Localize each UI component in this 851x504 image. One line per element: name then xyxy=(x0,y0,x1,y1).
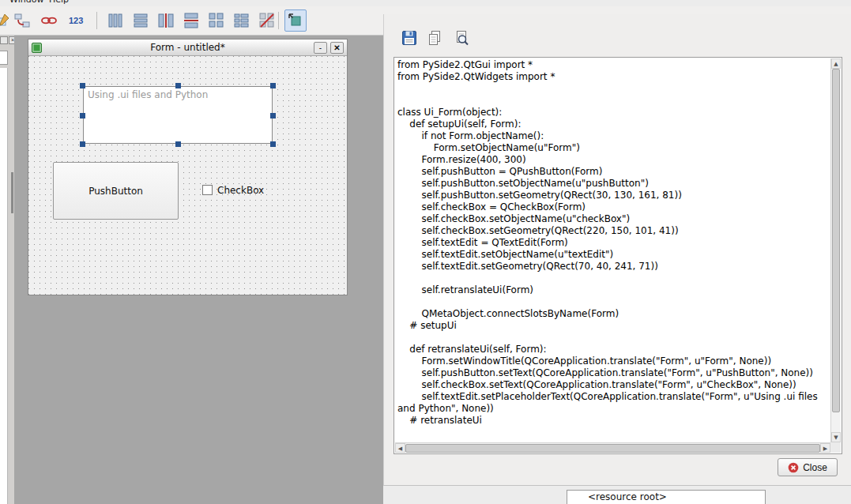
save-icon xyxy=(401,29,418,47)
close-dialog-label: Close xyxy=(803,462,827,473)
find-code-button[interactable] xyxy=(450,27,473,49)
selection-handle[interactable] xyxy=(270,83,276,88)
menu-window[interactable]: Window xyxy=(9,0,43,5)
adjust-size-button[interactable] xyxy=(284,9,307,32)
layout-grid-button[interactable] xyxy=(205,9,228,32)
layout-horizontal-icon xyxy=(107,12,124,29)
pushbutton-widget[interactable]: PushButton xyxy=(53,162,179,220)
form-designer-window: Form - untitled* - ✕ Using .ui files and… xyxy=(28,39,348,295)
textedit-widget[interactable]: Using .ui files and Python xyxy=(83,86,273,144)
break-layout-button[interactable] xyxy=(256,9,278,32)
widgetbox-filter-input[interactable] xyxy=(0,51,8,65)
break-layout-icon xyxy=(258,12,276,29)
selection-handle[interactable] xyxy=(175,83,181,88)
horizontal-scrollbar-thumb[interactable] xyxy=(405,444,820,453)
copy-code-button[interactable] xyxy=(424,27,446,49)
selection-handle[interactable] xyxy=(80,141,85,147)
scroll-down-icon[interactable]: ▼ xyxy=(831,432,841,442)
layout-horizontal-button[interactable] xyxy=(104,9,126,32)
splitter-horizontal-icon xyxy=(157,12,175,29)
copy-icon xyxy=(426,29,443,47)
left-scrollbar-thumb[interactable] xyxy=(11,172,13,213)
buddies-icon xyxy=(40,12,58,29)
close-dialog-button[interactable]: Close xyxy=(778,458,838,476)
resource-root-item[interactable]: <resource root> xyxy=(567,490,766,504)
scroll-left-icon[interactable]: ◀ xyxy=(395,443,405,453)
code-text: from PySide2.QtGui import * from PySide2… xyxy=(395,58,830,442)
form-window-titlebar[interactable]: Form - untitled* - ✕ xyxy=(28,39,347,56)
vertical-scrollbar[interactable]: ▲ ▼ xyxy=(830,58,841,442)
scroll-up-icon[interactable]: ▲ xyxy=(831,58,841,69)
widgetbox-panel xyxy=(0,68,8,504)
save-code-button[interactable] xyxy=(398,27,420,49)
checkbox-widget[interactable]: CheckBox xyxy=(202,184,264,196)
edit-buddies-button[interactable] xyxy=(38,9,60,32)
horizontal-scrollbar[interactable]: ◀ ▶ xyxy=(395,442,830,453)
scroll-right-icon[interactable]: ▶ xyxy=(820,443,830,453)
layout-vertical-button[interactable] xyxy=(130,9,152,32)
textedit-selection: Using .ui files and Python xyxy=(83,86,273,144)
edit-widgets-icon xyxy=(0,12,12,29)
menubar: Window Help xyxy=(0,0,851,6)
selection-handle[interactable] xyxy=(270,113,276,118)
resource-root-label: <resource root> xyxy=(588,491,667,502)
code-preview-dialog: from PySide2.QtGui import * from PySide2… xyxy=(383,14,851,486)
close-circle-icon xyxy=(788,462,799,473)
layout-splitter-vertical-button[interactable] xyxy=(180,9,202,32)
minimize-button[interactable]: - xyxy=(314,42,327,54)
checkbox-label: CheckBox xyxy=(217,185,264,196)
menu-help[interactable]: Help xyxy=(49,0,69,5)
edit-signals-slots-button[interactable] xyxy=(11,9,33,32)
mdi-area: Form - untitled* - ✕ Using .ui files and… xyxy=(14,36,383,504)
grid-layout-icon xyxy=(208,12,225,29)
form-canvas[interactable]: Using .ui files and Python PushButton Ch… xyxy=(28,56,347,295)
signals-slots-icon xyxy=(13,12,31,29)
tab-order-icon: 123 xyxy=(67,12,85,29)
toolbar-separator xyxy=(278,12,279,29)
checkbox-indicator[interactable] xyxy=(202,185,213,195)
find-icon xyxy=(453,29,470,47)
selection-handle[interactable] xyxy=(80,113,85,118)
layout-form-button[interactable] xyxy=(231,9,253,32)
form-icon xyxy=(32,43,42,53)
layout-vertical-icon xyxy=(132,12,149,29)
selection-handle[interactable] xyxy=(270,141,276,147)
splitter-vertical-icon xyxy=(183,12,200,29)
edit-tab-order-button[interactable]: 123 xyxy=(65,9,87,32)
layout-splitter-horizontal-button[interactable] xyxy=(155,9,177,32)
adjust-size-icon xyxy=(287,12,304,29)
close-window-button[interactable]: ✕ xyxy=(330,42,344,54)
textedit-placeholder: Using .ui files and Python xyxy=(84,87,272,103)
dock-float-button[interactable] xyxy=(0,36,8,44)
toolbar-separator xyxy=(96,12,97,29)
form-window-title: Form - untitled* xyxy=(28,42,347,53)
svg-text:123: 123 xyxy=(69,16,83,25)
selection-handle[interactable] xyxy=(80,83,85,88)
vertical-scrollbar-thumb[interactable] xyxy=(832,69,840,412)
code-view[interactable]: from PySide2.QtGui import * from PySide2… xyxy=(393,57,842,454)
selection-handle[interactable] xyxy=(175,141,181,147)
scrollbar-corner xyxy=(830,442,841,453)
form-layout-icon xyxy=(233,12,250,29)
